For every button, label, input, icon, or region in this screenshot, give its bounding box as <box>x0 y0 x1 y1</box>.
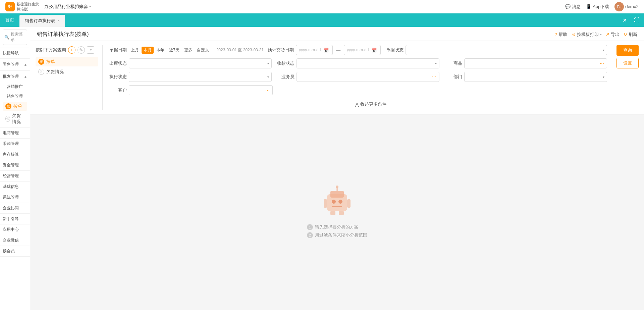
order-status-dropdown[interactable] <box>406 45 607 55</box>
sidebar-item-quick-nav[interactable]: 快捷导航 <box>0 48 30 59</box>
date-tab-7days[interactable]: 近7天 <box>167 47 181 54</box>
by-order-icon: 按 <box>5 103 11 109</box>
edit-scheme-button[interactable]: ✎ <box>77 46 85 54</box>
logo-icon: 好 <box>5 2 15 11</box>
sidebar-item-purchase[interactable]: 采购管理 <box>0 139 30 149</box>
query-button[interactable]: 查询 <box>616 45 639 56</box>
setting-button[interactable]: 设置 <box>616 58 639 68</box>
logo-area: 好 畅捷通好生意 标准版 <box>5 2 39 11</box>
svg-point-6 <box>336 186 338 188</box>
department-dropdown[interactable] <box>464 72 607 82</box>
sidebar-section-retail-header[interactable]: 零售管理 ▲ <box>0 59 30 70</box>
sidebar-item-marketing[interactable]: 营销推广 <box>0 82 30 92</box>
salesperson-multiselect[interactable]: ··· <box>297 72 439 82</box>
customer-multiselect[interactable]: ··· <box>129 85 273 95</box>
empty-tip-2: 2 用过滤条件来缩小分析范围 <box>307 232 367 238</box>
sidebar-item-shortage[interactable]: 欠 欠货情况 <box>3 111 27 126</box>
expected-date-to[interactable]: yyyy-mm-dd 📅 <box>344 45 381 55</box>
app-download-button[interactable]: 📱 App下载 <box>586 4 609 10</box>
filter-row-3: 执行状态 ▾ 业务员 <box>108 72 607 82</box>
sidebar-item-by-order[interactable]: 按 按单 <box>3 102 27 111</box>
exec-status-dropdown[interactable] <box>129 72 272 82</box>
sidebar-item-basics[interactable]: 基础信息 <box>0 182 30 192</box>
collection-status-dropdown[interactable] <box>297 58 439 68</box>
scheme-item-shortage[interactable]: 欠 欠货情况 <box>36 67 98 76</box>
department-select: ▾ <box>464 72 607 82</box>
collapse-scheme-button[interactable]: « <box>87 46 94 54</box>
svg-point-2 <box>332 200 336 204</box>
product-multiselect[interactable]: ··· <box>464 58 607 68</box>
sidebar-section-retail: 零售管理 ▲ <box>0 59 30 71</box>
top-bar-right: 💬 消息 📱 App下载 Ea demo2 <box>565 2 639 11</box>
page-header: 销售订单执行表(按单) ? 帮助 🖨 按模板打印 ▾ ↗ 导出 ↻ 刷新 <box>30 27 644 41</box>
svg-rect-7 <box>324 199 327 208</box>
date-tab-prev-month[interactable]: 上月 <box>129 47 141 54</box>
filter-button-container: 查询 设置 <box>611 45 639 99</box>
search-icon: 🔍 <box>4 35 9 40</box>
main-layout: 🔍 搜索菜单 快捷导航 零售管理 ▲ 批发管理 ▲ 营销推广 销售管理 <box>0 27 644 310</box>
sidebar-item-newbie[interactable]: 新手引导 <box>0 214 30 224</box>
empty-state: 1 请先选择要分析的方案 2 用过滤条件来缩小分析范围 <box>30 114 644 310</box>
avatar: Ea <box>614 2 624 11</box>
order-status-select: ▾ <box>406 45 607 55</box>
date-tab-cur-month[interactable]: 本月 <box>142 47 154 54</box>
tab-close-window-icon[interactable]: ✕ <box>620 15 629 25</box>
expected-date-field: 预计交货日期 yyyy-mm-dd 📅 — yyyy-mm-dd 📅 <box>268 45 381 55</box>
filter-outer: 按以下方案查询 + ✎ « 按 按单 欠 欠货情况 <box>36 45 639 110</box>
filter-row-2: 出库状态 ▾ 收款状态 <box>108 58 607 68</box>
tab-home[interactable]: 首页 <box>0 13 19 27</box>
export-button[interactable]: ↗ 导出 <box>606 32 620 38</box>
expected-date-from[interactable]: yyyy-mm-dd 📅 <box>296 45 333 55</box>
message-button[interactable]: 💬 消息 <box>565 4 581 10</box>
date-tab-custom[interactable]: 自定义 <box>195 47 211 54</box>
refresh-button[interactable]: ↻ 刷新 <box>624 32 637 38</box>
print-button[interactable]: 🖨 按模板打印 ▾ <box>571 32 602 38</box>
tab-fullscreen-icon[interactable]: ⛶ <box>632 15 641 25</box>
date-tab-group: 上月 本月 本年 近7天 更多 自定义 <box>129 47 211 54</box>
sidebar-item-finance[interactable]: 资金管理 <box>0 160 30 171</box>
tab-bar-actions: ✕ ⛶ <box>620 15 644 25</box>
print-dropdown-icon: ▾ <box>600 33 602 36</box>
tab-sales-order[interactable]: 销售订单执行表 × <box>19 15 65 27</box>
date-tab-cur-year[interactable]: 本年 <box>154 47 166 54</box>
content-area: 销售订单执行表(按单) ? 帮助 🖨 按模板打印 ▾ ↗ 导出 ↻ 刷新 <box>30 27 644 310</box>
svg-rect-9 <box>330 211 335 215</box>
filter-form: 单据日期 上月 本月 本年 近7天 更多 自定义 <box>103 45 639 110</box>
svg-rect-4 <box>332 206 342 207</box>
print-icon: 🖨 <box>571 32 576 37</box>
sidebar-item-system[interactable]: 系统管理 <box>0 192 30 203</box>
chevron-down-icon: ▾ <box>89 5 91 8</box>
app-selector[interactable]: 办公用品行业模拟账套 ▾ <box>42 4 94 10</box>
sidebar-item-operations[interactable]: 经营管理 <box>0 171 30 182</box>
user-area[interactable]: Ea demo2 <box>614 2 639 11</box>
sidebar-item-ecommerce[interactable]: 电商管理 <box>0 128 30 139</box>
date-tab-more[interactable]: 更多 <box>182 47 194 54</box>
sidebar-section-wholesale: 批发管理 ▲ 营销推广 销售管理 按 按单 欠 欠货情况 <box>0 71 30 128</box>
download-icon: 📱 <box>586 4 591 9</box>
sidebar-item-member[interactable]: 畅会员 <box>0 246 30 257</box>
message-icon: 💬 <box>565 4 571 9</box>
out-status-dropdown[interactable] <box>129 58 272 68</box>
sidebar-item-enterprise-wechat[interactable]: 企业微信 <box>0 235 30 246</box>
scheme-item-by-order[interactable]: 按 按单 <box>36 57 98 66</box>
sidebar-item-sales-mgmt[interactable]: 销售管理 <box>0 92 30 101</box>
sidebar: 🔍 搜索菜单 快捷导航 零售管理 ▲ 批发管理 ▲ 营销推广 销售管理 <box>0 27 30 310</box>
search-input[interactable]: 🔍 搜索菜单 <box>3 30 27 45</box>
shortage-icon: 欠 <box>5 116 10 122</box>
sidebar-section-wholesale-header[interactable]: 批发管理 ▲ <box>0 71 30 82</box>
help-button[interactable]: ? 帮助 <box>555 32 567 38</box>
sidebar-item-inventory[interactable]: 库存核算 <box>0 149 30 160</box>
svg-point-3 <box>338 200 342 204</box>
page-actions: ? 帮助 🖨 按模板打印 ▾ ↗ 导出 ↻ 刷新 <box>555 32 637 38</box>
exec-status-field: 执行状态 ▾ <box>108 72 272 82</box>
sidebar-item-enterprise-collab[interactable]: 企业协同 <box>0 203 30 214</box>
collapse-more-button[interactable]: ⋀ 收起更多条件 <box>355 101 386 107</box>
tab-close-icon[interactable]: × <box>57 18 60 23</box>
top-bar-left: 好 畅捷通好生意 标准版 办公用品行业模拟账套 ▾ <box>5 2 94 11</box>
add-scheme-button[interactable]: + <box>68 46 75 54</box>
page-title: 销售订单执行表(按单) <box>37 31 89 38</box>
collection-status-select: ▾ <box>297 58 439 68</box>
filter-scheme-header: 按以下方案查询 + ✎ « <box>36 46 98 54</box>
order-status-field: 单据状态 ▾ <box>385 45 607 55</box>
sidebar-item-app-center[interactable]: 应用中心 <box>0 224 30 235</box>
